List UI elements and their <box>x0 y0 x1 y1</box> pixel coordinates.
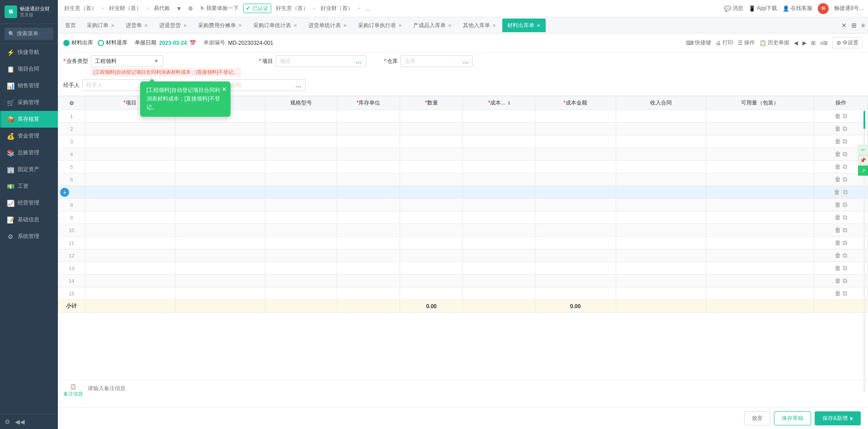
delete-row-2[interactable]: 🗑 <box>834 124 842 133</box>
tab-purchase-execution[interactable]: 采购订单执行表 ✕ <box>353 19 407 32</box>
copy-row-2[interactable]: ⧉ <box>842 124 848 133</box>
tab-goods-return[interactable]: 进退货货 ✕ <box>154 19 192 32</box>
calendar-icon[interactable]: 📅 <box>189 40 196 46</box>
tab-finished-goods[interactable]: 产成品入库单 ✕ <box>408 19 457 32</box>
delete-row-8[interactable]: 🗑 <box>834 200 842 209</box>
copy-row-11[interactable]: ⧉ <box>842 238 848 248</box>
delete-row-11[interactable]: 🗑 <box>834 238 842 247</box>
copy-row-6[interactable]: ⧉ <box>842 175 848 184</box>
delete-row-3[interactable]: 🗑 <box>834 137 842 146</box>
date-value[interactable]: 2023-03-24 <box>159 40 187 46</box>
notes-input[interactable] <box>88 384 863 402</box>
save-new-button[interactable]: 保存&新增 <box>815 411 861 425</box>
nav-good-finance[interactable]: 好业财（首） <box>107 4 143 13</box>
copy-row-1[interactable]: ⧉ <box>842 111 848 121</box>
tooltip-close-button[interactable]: ✕ <box>222 84 227 94</box>
operation-button[interactable]: ☰ 操作 <box>738 39 755 47</box>
tab-goods-stats[interactable]: 进货单统计表 ✕ <box>303 19 352 32</box>
tab-goods-receipt[interactable]: 进货单 ✕ <box>121 19 153 32</box>
sidebar-item-fixed-assets[interactable]: 🏢 固定资产 <box>0 161 58 178</box>
tab-home[interactable]: 首页 <box>60 19 81 32</box>
tab-close-finished-goods[interactable]: ✕ <box>448 23 452 29</box>
tab-purchase-order[interactable]: 采购订单 ✕ <box>82 19 120 32</box>
delete-row-15[interactable]: 🗑 <box>834 289 842 298</box>
tab-close-goods-stats[interactable]: ✕ <box>343 23 347 29</box>
radio-material-return[interactable]: 材料退库 <box>98 39 127 47</box>
print-button[interactable]: 🖨 打印 <box>716 39 733 47</box>
delete-row-13[interactable]: 🗑 <box>834 263 842 272</box>
sidebar-item-basic-info[interactable]: 📝 基础信息 <box>0 211 58 228</box>
online-service-button[interactable]: 👤 在线客服 <box>783 5 812 12</box>
sidebar-item-purchase[interactable]: 🛒 采购管理 <box>0 94 58 111</box>
sidebar-item-inventory[interactable]: 📦 库存核算 <box>0 111 58 128</box>
sidebar-item-operations[interactable]: 📈 经营管理 <box>0 195 58 211</box>
history-button[interactable]: 📋 历史单据 <box>760 39 789 47</box>
copy-row-10[interactable]: ⧉ <box>842 225 848 235</box>
close-all-tabs-button[interactable]: ✕ <box>840 21 848 30</box>
tab-material-outbound[interactable]: 材料出库单 ✕ <box>502 19 546 32</box>
sidebar-item-project[interactable]: 📋 项目合同 <box>0 61 58 77</box>
settings-icon[interactable]: ⚙ <box>186 5 195 13</box>
delete-row-1[interactable]: 🗑 <box>834 111 842 120</box>
add-row-button[interactable]: + <box>60 188 69 197</box>
view-list-button[interactable]: ≡⊞ <box>820 40 828 46</box>
form-settings-button[interactable]: ⚙ ⚙设置 <box>832 37 863 48</box>
nav-good-business[interactable]: 好生意（首） <box>62 4 99 13</box>
delete-row-6[interactable]: 🗑 <box>834 175 842 184</box>
delete-row-4[interactable]: 🗑 <box>834 149 842 158</box>
sidebar-item-salary[interactable]: 💵 工资 <box>0 178 58 195</box>
delete-add-row[interactable]: 🗑 <box>833 187 841 196</box>
view-grid-button[interactable]: ⊞ <box>811 40 816 46</box>
delete-row-12[interactable]: 🗑 <box>834 251 842 260</box>
nav-dropdown[interactable]: ▼ <box>175 5 184 13</box>
sidebar-item-accounting[interactable]: 📚 总账管理 <box>0 144 58 161</box>
tab-close-purchase-stats[interactable]: ✕ <box>293 23 297 29</box>
delete-row-14[interactable]: 🗑 <box>834 276 842 285</box>
copy-row-4[interactable]: ⧉ <box>842 149 848 159</box>
nav-more[interactable]: … <box>363 5 373 13</box>
settings-footer-button[interactable]: ⚙ <box>5 418 10 425</box>
nav-trial[interactable]: 🖱 我要体验一下 <box>198 4 241 13</box>
tab-close-other-inbound[interactable]: ✕ <box>492 23 496 29</box>
copy-row-13[interactable]: ⧉ <box>842 263 848 273</box>
quick-key-button[interactable]: ⌨ 快捷键 <box>686 39 711 47</box>
search-menu-button[interactable]: 🔍 搜索菜单 <box>5 28 53 40</box>
copy-row-15[interactable]: ⧉ <box>842 289 848 298</box>
tab-close-purchase-order[interactable]: ✕ <box>110 23 115 29</box>
tab-purchase-order-stats[interactable]: 采购订单统计表 ✕ <box>248 19 302 32</box>
message-button[interactable]: 💬 消息 <box>724 5 743 12</box>
nav-good-finance2[interactable]: 好业财（首） <box>319 4 355 13</box>
business-type-input[interactable]: 工程领料 ▼ <box>91 55 163 67</box>
copy-row-12[interactable]: ⧉ <box>842 251 848 260</box>
tab-close-goods-receipt[interactable]: ✕ <box>144 23 148 29</box>
sidebar-item-system[interactable]: ⚙ 系统管理 <box>0 228 58 245</box>
nav-good-business2[interactable]: 好生意（首） <box>274 4 310 13</box>
save-draft-button[interactable]: 保存草稿 <box>774 411 811 425</box>
right-panel-edit-button[interactable]: ✏ <box>858 145 868 155</box>
tab-view-toggle-button[interactable]: ⊞ <box>850 21 858 30</box>
nav-next-button[interactable]: ▶ <box>802 40 807 46</box>
nav-prev-button[interactable]: ◀ <box>794 40 798 46</box>
discard-button[interactable]: 放弃 <box>744 411 770 425</box>
income-contract-expand-icon[interactable]: … <box>295 81 302 89</box>
right-panel-expand-button[interactable]: ↗ <box>858 166 868 176</box>
warehouse-expand-icon[interactable]: … <box>462 57 469 65</box>
delete-row-10[interactable]: 🗑 <box>834 225 842 234</box>
th-settings[interactable]: ⚙ <box>58 96 85 110</box>
tab-close-goods-return[interactable]: ✕ <box>183 23 187 29</box>
tab-close-purchase-expense[interactable]: ✕ <box>238 23 242 29</box>
project-input[interactable]: 项目 … <box>276 55 366 67</box>
tab-close-material-outbound[interactable]: ✕ <box>536 23 541 29</box>
copy-row-8[interactable]: ⧉ <box>842 200 848 210</box>
delete-row-5[interactable]: 🗑 <box>834 162 842 171</box>
delete-row-9[interactable]: 🗑 <box>834 213 842 222</box>
tab-close-execution[interactable]: ✕ <box>398 23 402 29</box>
sidebar-item-sales[interactable]: 📊 销售管理 <box>0 77 58 94</box>
copy-row-14[interactable]: ⧉ <box>842 276 848 286</box>
copy-row-3[interactable]: ⧉ <box>842 137 848 146</box>
copy-row-5[interactable]: ⧉ <box>842 162 848 172</box>
user-avatar[interactable]: 畅 <box>818 3 829 14</box>
tab-purchase-expense[interactable]: 采购费用分摊单 ✕ <box>193 19 247 32</box>
warehouse-input[interactable]: 仓库 … <box>401 55 473 67</box>
sidebar-item-finance[interactable]: 💰 资金管理 <box>0 128 58 144</box>
